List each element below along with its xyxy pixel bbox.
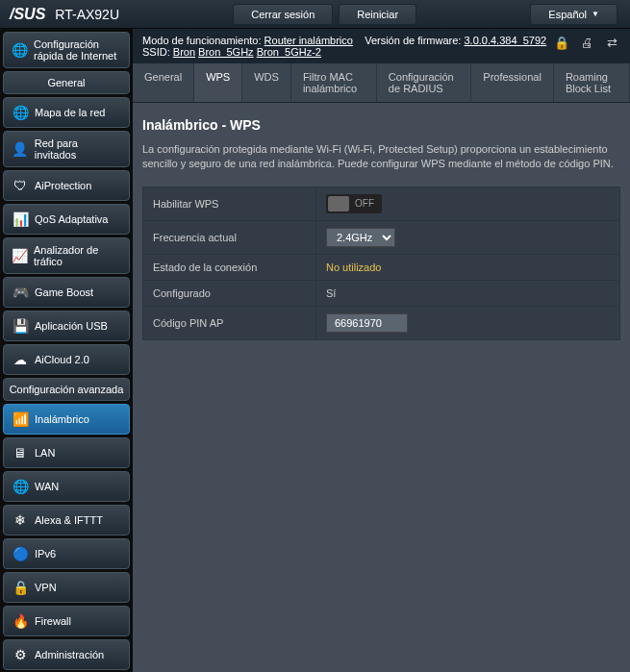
sidebar-item-label: Configuración rápida de Internet [34,38,121,62]
sidebar-firewall[interactable]: 🔥Firewall [3,606,130,636]
sidebar-item-label: Analizador de tráfico [34,244,121,267]
tab-wds[interactable]: WDS [242,63,291,102]
fw-label: Versión de firmware: [365,35,461,46]
ipv6-icon: 🔵 [12,545,29,562]
pin-input[interactable] [326,313,408,333]
conn-status-value: No utilizado [326,261,381,273]
brand-logo: /SUS [10,6,45,23]
enable-wps-label: Habilitar WPS [143,187,316,220]
alexa-icon: ❄ [12,511,29,529]
sidebar-item-label: Game Boost [35,286,93,298]
sidebar-item-label: VPN [35,582,57,593]
fw-value-link[interactable]: 3.0.0.4.384_5792 [464,35,546,46]
sidebar-traffic-analyzer[interactable]: 📈Analizador de tráfico [3,237,130,274]
sidebar-game-boost[interactable]: 🎮Game Boost [3,277,130,308]
usb-icon: 💾 [12,317,29,335]
sidebar-item-label: Administración [35,649,104,660]
page-title: Inalámbrico - WPS [133,103,630,142]
sidebar-item-label: WAN [35,481,59,492]
configured-value: Sí [316,280,620,306]
sidebar-admin[interactable]: ⚙Administración [3,639,130,670]
wps-form: Habilitar WPS OFF Frecuencia actual 2.4G… [142,187,620,340]
guest-icon: 👤 [12,140,29,158]
sidebar-item-label: Firewall [35,615,71,627]
pin-label: Código PIN AP [143,306,316,339]
reboot-button[interactable]: Reiniciar [339,4,416,25]
sidebar-item-label: Aplicación USB [35,320,108,332]
gamepad-icon: 🎮 [12,284,29,301]
wan-icon: 🌐 [12,478,29,495]
tab-mac-filter[interactable]: Filtro MAC inalámbrico [291,63,377,102]
map-icon: 🌐 [12,104,29,121]
ssid-label: SSID: [142,46,170,58]
wifi-icon: 📶 [12,411,29,428]
ssid-3[interactable]: Bron_5GHz-2 [257,46,321,58]
sidebar-aiprotection[interactable]: 🛡AiProtection [3,170,130,201]
sidebar-vpn[interactable]: 🔒VPN [3,572,130,603]
sidebar-network-map[interactable]: 🌐Mapa de la red [3,97,130,128]
shield-icon: 🛡 [12,177,29,194]
sidebar-usb-app[interactable]: 💾Aplicación USB [3,311,130,341]
sidebar-item-label: Mapa de la red [35,107,105,118]
usb-status-icon[interactable]: ⇄ [603,35,620,50]
toggle-knob [328,196,349,212]
sidebar-item-label: LAN [35,447,55,459]
sidebar-item-label: Inalámbrico [35,413,89,425]
sidebar-item-label: IPv6 [35,548,56,560]
toggle-off-label: OFF [349,198,380,209]
sidebar-wan[interactable]: 🌐WAN [3,471,130,502]
printer-icon[interactable]: 🖨 [578,35,595,50]
frequency-select[interactable]: 2.4GHz [326,228,395,247]
configured-label: Configurado [143,280,316,306]
model-name: RT-AX92U [55,7,119,22]
sidebar: 🌐 Configuración rápida de Internet Gener… [0,29,133,672]
sidebar-wireless[interactable]: 📶Inalámbrico [3,404,130,435]
sidebar-item-label: Alexa & IFTTT [35,514,103,526]
sidebar-item-label: AiCloud 2.0 [35,354,89,365]
ssid-2[interactable]: Bron_5GHz [198,46,253,58]
mode-value-link[interactable]: Router inalámbrico [265,35,353,46]
logout-button[interactable]: Cerrar sesión [233,4,333,25]
tab-radius[interactable]: Configuración de RADIUS [377,63,471,102]
sidebar-item-label: Red para invitados [35,137,121,161]
chart-icon: 📈 [12,247,28,264]
ssid-1[interactable]: Bron [173,46,195,58]
tabs: General WPS WDS Filtro MAC inalámbrico C… [133,63,630,103]
lock-icon[interactable]: 🔒 [553,35,570,50]
sidebar-advanced-header: Configuración avanzada [3,378,130,401]
gauge-icon: 📊 [12,211,29,228]
sidebar-aicloud[interactable]: ☁AiCloud 2.0 [3,344,130,375]
tab-roaming-block[interactable]: Roaming Block List [554,63,630,102]
tab-professional[interactable]: Professional [471,63,554,102]
cloud-icon: ☁ [12,351,29,368]
page-description: La configuración protegida mediante Wi-F… [133,142,630,187]
sidebar-quick-setup[interactable]: 🌐 Configuración rápida de Internet [3,32,130,68]
sidebar-qos[interactable]: 📊QoS Adaptativa [3,204,130,235]
sidebar-guest-network[interactable]: 👤Red para invitados [3,131,130,167]
admin-icon: ⚙ [12,646,29,663]
lan-icon: 🖥 [12,444,29,461]
sidebar-alexa-ifttt[interactable]: ❄Alexa & IFTTT [3,505,130,535]
enable-wps-toggle[interactable]: OFF [326,194,382,213]
sidebar-general-header: General [3,71,130,94]
conn-status-label: Estado de la conexión [143,254,316,280]
info-bar: Modo de funcionamiento: Router inalámbri… [133,29,630,63]
sidebar-item-label: AiProtection [35,180,91,191]
tab-general[interactable]: General [133,63,194,102]
sidebar-ipv6[interactable]: 🔵IPv6 [3,538,130,569]
globe-icon: 🌐 [12,41,28,59]
tab-wps[interactable]: WPS [194,63,242,102]
freq-label: Frecuencia actual [143,220,316,254]
sidebar-item-label: QoS Adaptativa [35,213,108,225]
language-dropdown[interactable]: Español [530,4,617,25]
sidebar-lan[interactable]: 🖥LAN [3,437,130,468]
vpn-icon: 🔒 [12,579,29,596]
mode-label: Modo de funcionamiento: [142,35,262,46]
firewall-icon: 🔥 [12,612,29,630]
